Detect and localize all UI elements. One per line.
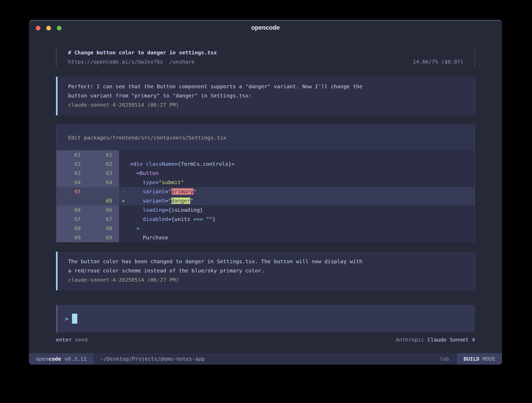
diff-code-line: Purchase — [130, 233, 474, 242]
diff-old-lineno: 67 — [57, 215, 88, 224]
diff-sign: - — [119, 187, 130, 196]
diff-row: 65- variant="primary" — [57, 187, 474, 196]
provider-label: Anthropic — [396, 336, 424, 343]
code-token: disabled — [143, 216, 168, 222]
code-token: "" — [206, 216, 212, 222]
diff-new-lineno: 62 — [88, 159, 119, 169]
tab-key-hint[interactable]: tab — [440, 356, 449, 362]
code-token — [130, 179, 143, 185]
app-window: opencode # Change button color to danger… — [29, 20, 502, 365]
diff-new-lineno: 68 — [88, 224, 119, 233]
diff-sign — [119, 150, 130, 159]
diff-new-lineno: 61 — [88, 150, 119, 159]
session-title: # Change button color to danger in setti… — [57, 48, 474, 57]
diff-sign — [119, 233, 130, 242]
message-model-meta: claude-sonnet-4-20250514 (06:27 PM) — [68, 100, 474, 110]
edit-file-path: packages/frontend/src/containers/Setting… — [84, 135, 226, 141]
diff-sign: + — [119, 196, 130, 205]
titlebar: opencode — [29, 20, 502, 35]
diff-old-lineno — [57, 196, 88, 205]
code-token: loading — [143, 207, 165, 213]
diff-row: 6363 <Button — [57, 169, 474, 178]
code-token — [130, 225, 136, 231]
code-token: } — [212, 216, 216, 222]
diff-new-lineno — [88, 187, 119, 196]
diff-old-lineno: 66 — [57, 205, 88, 215]
model-label[interactable]: Claude Sonnet 4 — [427, 336, 475, 343]
code-token: === — [193, 216, 203, 222]
diff-code-line: <Button — [130, 169, 474, 178]
diff-old-lineno: 61 — [57, 150, 88, 159]
code-token: "submit" — [158, 179, 184, 185]
code-token: " — [168, 198, 171, 204]
code-token: = — [165, 188, 168, 195]
code-token: primary — [171, 188, 193, 195]
code-token: = — [165, 207, 168, 213]
diff-code-line: loading={isLoading} — [130, 205, 474, 215]
diff-old-lineno: 62 — [57, 159, 88, 169]
code-token: < — [130, 161, 133, 167]
diff-row: 65+ variant="danger" — [57, 196, 474, 205]
main-content: # Change button color to danger in setti… — [29, 35, 502, 353]
code-token: div — [133, 161, 143, 167]
code-token — [143, 161, 146, 167]
code-token — [130, 234, 143, 241]
prompt-input[interactable]: > — [56, 305, 475, 332]
working-directory: ~/Desktop/Projects/demo-notes-app — [100, 356, 205, 362]
share-url[interactable]: https://opencode.ai/s/UwJxv76z — [68, 57, 163, 66]
diff-old-lineno: 68 — [57, 224, 88, 233]
code-token: {isLoading} — [168, 207, 203, 213]
diff-row: 6969 Purchase — [57, 233, 474, 242]
build-mode-chip[interactable]: BUILD MODE — [457, 353, 502, 365]
diff-sign — [119, 159, 130, 169]
diff-sign — [119, 178, 130, 187]
diff-old-lineno: 65 — [57, 187, 88, 196]
code-token — [130, 216, 143, 222]
diff-new-lineno: 63 — [88, 169, 119, 178]
session-subline: https://opencode.ai/s/UwJxv76z /unshare … — [57, 57, 474, 66]
code-token — [130, 207, 143, 213]
message-body: The button color has been changed to dan… — [68, 257, 474, 275]
message-body: Perfect! I can see that the Button compo… — [68, 82, 474, 100]
diff-old-lineno: 63 — [57, 169, 88, 178]
code-token: > — [231, 161, 234, 167]
diff-row: 6161 — [57, 150, 474, 159]
send-action-hint: send — [75, 336, 88, 343]
diff-sign — [119, 215, 130, 224]
diff-code-line: disabled={units === ""} — [130, 215, 474, 224]
diff-sign — [119, 169, 130, 178]
prompt-chevron-icon: > — [65, 316, 68, 322]
code-token — [203, 216, 206, 222]
assistant-message: The button color has been changed to dan… — [56, 252, 475, 290]
app-version: v0.3.11 — [64, 356, 86, 362]
message-line: button variant from "primary" to "danger… — [68, 91, 474, 100]
app-version-chip: opencode v0.3.11 — [29, 353, 94, 365]
diff-code-line: > — [130, 224, 474, 233]
code-token: variant — [143, 198, 165, 204]
code-token: danger — [171, 198, 190, 204]
code-token: {units — [171, 216, 193, 222]
diff-code-line: type="submit" — [130, 178, 474, 187]
code-token: = — [165, 198, 168, 204]
code-token: Purchase — [143, 234, 168, 241]
diff-row: 6767 disabled={units === ""} — [57, 215, 474, 224]
message-line: The button color has been changed to dan… — [68, 257, 474, 266]
text-cursor-icon — [72, 314, 77, 324]
diff-new-lineno: 67 — [88, 215, 119, 224]
edit-tool-header: Edit packages/frontend/src/containers/Se… — [57, 124, 474, 150]
diff-code-line: variant="primary" — [130, 187, 474, 196]
mode-name: BUILD — [464, 356, 479, 362]
context-stats: 14.6K/7% ($0.07) — [413, 57, 463, 66]
statusbar-spacer — [205, 353, 440, 365]
diff-old-lineno: 64 — [57, 178, 88, 187]
diff-old-lineno: 69 — [57, 233, 88, 242]
assistant-message: Perfect! I can see that the Button compo… — [56, 77, 475, 115]
diff-code-line — [130, 150, 474, 159]
mode-suffix: MODE — [483, 356, 495, 362]
app-name-open: open — [36, 356, 48, 362]
unshare-command[interactable]: /unshare — [169, 57, 195, 66]
code-token: < — [130, 170, 140, 176]
status-bar: opencode v0.3.11 ~/Desktop/Projects/demo… — [29, 353, 502, 365]
diff-code-line: variant="danger" — [130, 196, 474, 205]
code-token — [130, 198, 143, 204]
